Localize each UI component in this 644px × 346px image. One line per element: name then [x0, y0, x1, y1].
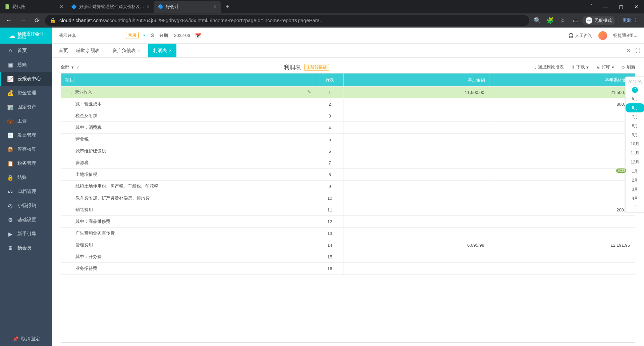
page-tab-aux-balance[interactable]: 辅助余额表× — [76, 44, 104, 57]
cell-year: 21,500.00 — [489, 87, 635, 98]
sidebar-item-10[interactable]: 🗂归档管理 — [0, 185, 52, 199]
support-button[interactable]: 🎧人工咨询 — [568, 33, 592, 39]
reset-report-button[interactable]: ↓回退到原报表 — [534, 64, 564, 70]
update-button[interactable]: 更新 ⋮ — [619, 15, 641, 26]
sidebar-item-1[interactable]: ▣总账 — [0, 58, 52, 72]
month-item[interactable]: 11月 — [626, 149, 644, 158]
help-icon[interactable]: ? — [76, 65, 79, 70]
sidebar-item-13[interactable]: ▶新手引导 — [0, 227, 52, 241]
table-row[interactable]: 税金及附加3 — [61, 110, 635, 122]
cell-year — [489, 110, 635, 122]
user-name[interactable]: 畅捷通B组... — [613, 33, 637, 39]
sidebar-item-11[interactable]: ◎小畅报销 — [0, 199, 52, 213]
close-icon[interactable]: × — [102, 48, 104, 53]
forward-button[interactable]: → — [17, 14, 29, 27]
gear-icon[interactable]: ⚙ — [150, 32, 155, 39]
month-item[interactable]: 2月 — [626, 176, 644, 185]
sidebar-item-8[interactable]: 📋税务管理 — [0, 156, 52, 170]
chevron-up-icon[interactable]: ˄ — [632, 87, 638, 93]
chevron-down-icon[interactable]: ˅ — [633, 203, 637, 210]
table-row[interactable]: 资源税7 — [61, 157, 635, 169]
sidebar-item-4[interactable]: 🏢固定资产 — [0, 100, 52, 114]
page-tab-home[interactable]: 首页 — [59, 44, 68, 57]
browser-tab-0[interactable]: 📗 易代账 × — [0, 1, 67, 13]
edit-icon[interactable]: ✎ — [307, 89, 311, 95]
month-item[interactable]: 1月2023 — [626, 167, 644, 176]
table-row[interactable]: 管理费用146,095.9812,191.96 — [61, 239, 635, 251]
sidebar-item-14[interactable]: ♛畅会员 — [0, 241, 52, 255]
sidebar-item-3[interactable]: 💰资金管理 — [0, 86, 52, 100]
refresh-button[interactable]: ⟳刷新 — [622, 64, 635, 70]
filter-dropdown[interactable]: 全部▾ — [61, 64, 74, 70]
table-row[interactable]: 一、营业收入✎111,500.0021,500.00 — [61, 87, 635, 98]
fullscreen-icon[interactable]: ⛶ — [635, 48, 640, 53]
sidebar-item-6[interactable]: 🧾发票管理 — [0, 128, 52, 142]
close-icon[interactable]: × — [60, 4, 63, 10]
calendar-icon[interactable]: 📅 — [195, 33, 201, 39]
month-item[interactable]: 9月 — [626, 131, 644, 140]
account-set-label[interactable]: 演示账套 — [59, 33, 76, 39]
new-tab-button[interactable]: + — [221, 3, 234, 11]
tab-title: 易代账 — [12, 4, 25, 10]
sidebar-item-2[interactable]: 📈云报表中心 — [0, 72, 52, 86]
reload-button[interactable]: ⟳ — [31, 14, 43, 27]
cell-item: 业务招待费 — [66, 266, 97, 271]
table-row[interactable]: 城市维护建设税6 — [61, 145, 635, 157]
table-row[interactable]: 销售费用11200.00 — [61, 204, 635, 216]
readlist-icon[interactable]: ▭ — [570, 14, 582, 27]
table-row[interactable]: 业务招待费16 — [61, 263, 635, 275]
browser-titlebar: 📗 易代账 × 🔷 好会计财务管理软件购买价格及... × 🔷 好会计 × + … — [0, 0, 644, 13]
sidebar-item-12[interactable]: ⚙基础设置 — [0, 213, 52, 227]
month-item[interactable]: 12月 — [626, 158, 644, 167]
star-icon[interactable]: ☆ — [557, 14, 569, 27]
sidebar-item-7[interactable]: 📦库存核算 — [0, 142, 52, 156]
month-item[interactable]: 5月 — [626, 94, 644, 103]
table-row[interactable]: 营业税5 — [61, 134, 635, 145]
avatar[interactable] — [598, 31, 607, 40]
sidebar-item-0[interactable]: ⌂首页 — [0, 44, 52, 58]
page-tab-income-statement[interactable]: 利润表× — [148, 44, 176, 57]
month-item[interactable]: 6月 — [626, 103, 644, 112]
back-button[interactable]: ← — [3, 14, 15, 27]
close-icon[interactable]: × — [169, 48, 172, 53]
download-button[interactable]: ⇩下载▾ — [571, 64, 589, 70]
table-row[interactable]: 其中：商品维修费12 — [61, 216, 635, 228]
close-window-button[interactable]: ✕ — [629, 0, 644, 13]
table-row[interactable]: 其中：消费税4 — [61, 122, 635, 134]
url-bar[interactable]: 🔒 cloud2.chanjet.com/accounting/uh26t264… — [45, 15, 529, 26]
period-value[interactable]: 2022-06 — [174, 33, 190, 38]
close-all-tabs-button[interactable]: ✕ — [626, 47, 631, 54]
table-row[interactable]: 教育费附加、矿产资源补偿费、排污费10 — [61, 192, 635, 204]
sidebar-footer-unpin[interactable]: 📌 取消固定 — [0, 332, 52, 346]
month-item[interactable]: 10月 — [626, 140, 644, 149]
table-row[interactable]: 土地增值税8 — [61, 169, 635, 181]
close-icon[interactable]: × — [147, 4, 150, 10]
table-row[interactable]: 其中：开办费15 — [61, 251, 635, 263]
table-row[interactable]: 广告费和业务宣传费13 — [61, 228, 635, 239]
month-item[interactable]: 8月 — [626, 121, 644, 131]
zoom-icon[interactable]: 🔍 — [531, 14, 543, 27]
close-icon[interactable]: × — [138, 48, 141, 53]
sidebar-item-label: 总账 — [17, 62, 27, 68]
app-logo[interactable]: ☁ 畅捷通好会计 标准版 — [0, 28, 52, 44]
maximize-button[interactable]: ▢ — [613, 0, 629, 13]
minimize-button[interactable]: ― — [598, 0, 613, 13]
cell-rownum: 10 — [316, 192, 343, 204]
month-item[interactable]: 3月 — [626, 185, 644, 194]
table-row[interactable]: 城镇土地使用税、房产税、车船税、印花税9 — [61, 181, 635, 192]
sidebar-item-5[interactable]: 💼工资 — [0, 114, 52, 128]
month-item[interactable]: 4月 — [626, 194, 644, 203]
print-button[interactable]: 🖨打印▾ — [596, 64, 614, 70]
sidebar-item-9[interactable]: 🔒结账 — [0, 170, 52, 185]
report-table-wrap: 项目 行次 本月金额 本年累计金额 一、营业收入✎111,500.0021,50… — [61, 73, 635, 343]
browser-tab-2[interactable]: 🔷 好会计 × — [154, 1, 221, 13]
year-label[interactable]: 2022.06 — [627, 79, 643, 85]
close-icon[interactable]: × — [214, 4, 217, 10]
month-item[interactable]: 7月 — [626, 112, 644, 121]
extension-icon[interactable]: 🧩 — [544, 14, 556, 27]
page-tab-balance-sheet[interactable]: 资产负债表× — [112, 44, 141, 57]
browser-tab-1[interactable]: 🔷 好会计财务管理软件购买价格及... × — [67, 1, 154, 13]
chevron-down-icon[interactable]: ⌄ — [589, 0, 598, 13]
table-row[interactable]: 减：营业成本2800.00 — [61, 98, 635, 110]
chevron-down-icon[interactable]: ▾ — [143, 33, 145, 38]
